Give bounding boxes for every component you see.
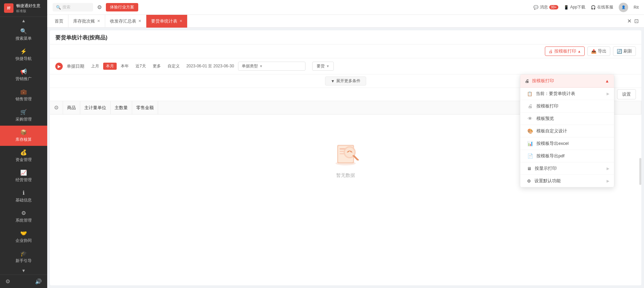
tabs-right: ✕ ⊡ bbox=[624, 18, 641, 24]
order-type-select[interactable]: 单据类型 ▼ bbox=[238, 62, 305, 71]
quicknav-icon: ⚡ bbox=[20, 48, 27, 55]
topbar-search[interactable]: 🔍 搜索 bbox=[53, 3, 93, 11]
page-title: 要货单统计表(按商品) bbox=[55, 34, 636, 41]
sidebar-item-marketing[interactable]: 📢 营销推广 bbox=[0, 65, 47, 85]
scrollbar-indicator[interactable] bbox=[639, 158, 641, 185]
svg-point-9 bbox=[350, 151, 352, 152]
print-dropdown-arrow[interactable]: ▲ bbox=[578, 50, 581, 53]
sidebar-scroll-up[interactable]: ▲ bbox=[0, 17, 47, 25]
tab-home[interactable]: 首页 bbox=[50, 15, 68, 28]
date-tab-more[interactable]: 更多 bbox=[150, 63, 164, 70]
close-all-tabs-btn[interactable]: ✕ bbox=[627, 18, 632, 24]
logo: 好 畅捷通好生意 标准版 bbox=[0, 0, 47, 17]
sidebar-item-sales[interactable]: 💼 销售管理 bbox=[0, 85, 47, 105]
inventory-icon: 📦 bbox=[20, 129, 27, 135]
tab-batch[interactable]: 库存批次账 ✕ bbox=[68, 15, 105, 28]
dropdown-print-icon: 🖨 bbox=[525, 78, 529, 84]
date-range: 2023-06-01 至 2023-06-30 bbox=[186, 63, 234, 69]
sidebar-item-basic[interactable]: ℹ 基础信息 bbox=[0, 186, 47, 206]
basic-icon: ℹ bbox=[23, 190, 25, 196]
avatar[interactable]: 👤 bbox=[619, 3, 628, 12]
sidebar-scroll-down[interactable]: ▼ bbox=[0, 267, 47, 275]
sidebar-item-operations[interactable]: 📈 经营管理 bbox=[0, 166, 47, 186]
empty-text: 暂无数据 bbox=[336, 172, 355, 179]
expand-arrow-icon: ▼ bbox=[331, 79, 335, 84]
print-template-btn[interactable]: 🖨 按模板打印 ▲ bbox=[545, 46, 585, 56]
close-tab-batch[interactable]: ✕ bbox=[97, 19, 100, 23]
current-template-icon: 📋 bbox=[527, 91, 532, 96]
dropdown-header: 🖨 按模板打印 ▲ bbox=[520, 74, 614, 88]
date-tab-this-year[interactable]: 本年 bbox=[118, 63, 131, 70]
refresh-icon: 🔄 bbox=[617, 49, 622, 54]
sidebar-item-guide[interactable]: 🎓 新手引导 bbox=[0, 247, 47, 267]
sidebar-bottom: ⚙ 🔊 bbox=[0, 275, 47, 288]
print-dropdown-menu: 🖨 按模板打印 ▲ 📋 当前：要货单统计表 ▶ 🖨 按模板打印 👁 模板预览 bbox=[520, 74, 614, 188]
export-btn[interactable]: 📤 导出 bbox=[587, 46, 610, 56]
volume-icon[interactable]: 🔊 bbox=[35, 278, 42, 285]
sales-icon: 💼 bbox=[20, 89, 27, 95]
settings-icon[interactable]: ⚙ bbox=[97, 4, 102, 10]
settings-bottom-icon[interactable]: ⚙ bbox=[5, 278, 10, 285]
sidebar-item-system[interactable]: ⚙ 系统管理 bbox=[0, 206, 47, 227]
date-tab-7days[interactable]: 近7天 bbox=[133, 63, 149, 70]
set-default-arrow: ▶ bbox=[607, 179, 609, 183]
dropdown-collapse-arrow[interactable]: ▲ bbox=[605, 78, 609, 84]
main-area: 🔍 搜索 ⚙ 体验行业方案 💬 消息 99+ 📱 App下载 🎧 在线客服 👤 bbox=[47, 0, 644, 288]
topbar: 🔍 搜索 ⚙ 体验行业方案 💬 消息 99+ 📱 App下载 🎧 在线客服 👤 bbox=[47, 0, 644, 15]
select-arrow-icon: ▼ bbox=[259, 64, 263, 68]
dropdown-custom-design[interactable]: 🎨 模板自定义设计 bbox=[520, 125, 614, 137]
trial-button[interactable]: 体验行业方案 bbox=[106, 3, 138, 11]
sidebar-item-purchase[interactable]: 🛒 采购管理 bbox=[0, 105, 47, 126]
preview-icon: 👁 bbox=[527, 116, 533, 121]
online-service-action[interactable]: 🎧 在线客服 bbox=[591, 4, 613, 10]
date-tabs: 上月 本月 本年 近7天 更多 自定义 bbox=[88, 63, 182, 70]
filter-expand-btn[interactable]: ▶ bbox=[55, 63, 63, 70]
tab-summary[interactable]: 收发存汇总表 ✕ bbox=[105, 15, 146, 28]
expand-tabs-btn[interactable]: ⊡ bbox=[634, 18, 639, 24]
date-tab-custom[interactable]: 自定义 bbox=[165, 63, 182, 70]
date-tab-last-month[interactable]: 上月 bbox=[88, 63, 102, 70]
column-settings-icon[interactable]: ⚙ bbox=[54, 105, 59, 110]
yaohuodan-type-filter[interactable]: 要货 ▼ bbox=[312, 62, 334, 71]
service-icon: 🎧 bbox=[591, 5, 596, 10]
th-settings[interactable]: ⚙ bbox=[50, 101, 63, 115]
sidebar-item-inventory[interactable]: 📦 库存核算 bbox=[0, 126, 47, 146]
date-tab-this-month[interactable]: 本月 bbox=[103, 63, 117, 70]
display-print-icon: 🖥 bbox=[527, 166, 531, 171]
operations-icon: 📈 bbox=[20, 169, 27, 176]
dropdown-set-default[interactable]: ⚙ 设置默认功能 ▶ bbox=[520, 175, 614, 187]
filter-bar: ▶ 单据日期 上月 本月 本年 近7天 更多 自定义 2023-06-01 至 … bbox=[50, 58, 641, 74]
dropdown-preview[interactable]: 👁 模板预览 bbox=[520, 113, 614, 125]
topbar-actions: 💬 消息 99+ 📱 App下载 🎧 在线客服 👤 Rit bbox=[533, 3, 639, 12]
th-amount: 零售金额 bbox=[132, 101, 158, 115]
settings-button[interactable]: 设置 bbox=[617, 89, 636, 99]
messages-action[interactable]: 💬 消息 99+ bbox=[533, 4, 558, 10]
tabs-bar: 首页 库存批次账 ✕ 收发存汇总表 ✕ 要货单统计表 ✕ ✕ ⊡ bbox=[47, 15, 644, 28]
sidebar-item-search[interactable]: 🔍 搜索菜单 bbox=[0, 25, 47, 45]
close-tab-order-stats[interactable]: ✕ bbox=[179, 19, 182, 23]
page-content: 要货单统计表(按商品) 🖨 按模板打印 ▲ 📤 导出 🔄 刷新 bbox=[50, 30, 641, 285]
dropdown-export-excel[interactable]: 📊 按模板导出excel bbox=[520, 137, 614, 150]
sidebar-item-quicknav[interactable]: ⚡ 快捷导航 bbox=[0, 45, 47, 65]
tab-order-stats[interactable]: 要货单统计表 ✕ bbox=[146, 15, 187, 28]
refresh-btn[interactable]: 🔄 刷新 bbox=[613, 46, 636, 56]
expand-conditions-btn[interactable]: ▼ 展开更多条件 bbox=[325, 76, 366, 86]
filter-type-arrow: ▼ bbox=[326, 64, 329, 68]
dropdown-print-template[interactable]: 🖨 按模板打印 bbox=[520, 100, 614, 113]
close-tab-summary[interactable]: ✕ bbox=[138, 19, 141, 23]
sidebar: 好 畅捷通好生意 标准版 ▲ 🔍 搜索菜单 ⚡ 快捷导航 📢 营销推广 💼 销售… bbox=[0, 0, 47, 288]
logo-icon: 好 bbox=[4, 3, 13, 13]
export-icon: 📤 bbox=[591, 49, 596, 54]
guide-icon: 🎓 bbox=[20, 250, 27, 257]
pdf-icon: 📄 bbox=[527, 153, 533, 159]
user-name: Rit bbox=[634, 5, 639, 10]
sidebar-item-enterprise[interactable]: 🤝 企业协同 bbox=[0, 227, 47, 247]
dropdown-display-print[interactable]: 🖥 按显示打印 ▶ bbox=[520, 162, 614, 175]
app-download-action[interactable]: 📱 App下载 bbox=[564, 4, 585, 10]
sidebar-item-finance[interactable]: 💰 资金管理 bbox=[0, 146, 47, 166]
page-header: 要货单统计表(按商品) bbox=[50, 30, 641, 44]
display-print-arrow: ▶ bbox=[607, 166, 609, 171]
dropdown-export-pdf[interactable]: 📄 按模板导出pdf bbox=[520, 150, 614, 162]
dropdown-current-template[interactable]: 📋 当前：要货单统计表 ▶ bbox=[520, 88, 614, 100]
svg-point-8 bbox=[348, 151, 349, 152]
